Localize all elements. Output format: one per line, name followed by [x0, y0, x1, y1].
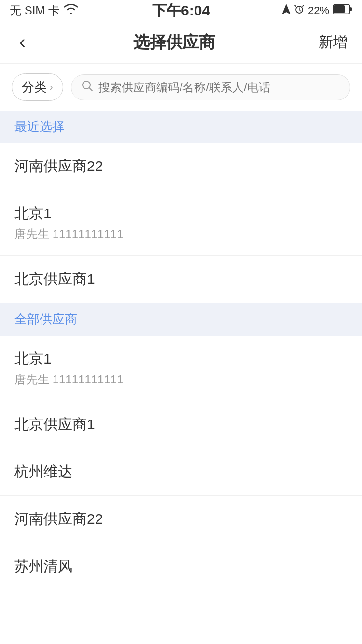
- list-item[interactable]: 苏州清风: [0, 543, 362, 590]
- category-label: 分类: [22, 79, 47, 96]
- all-items-list: 北京1唐先生 11111111111北京供应商1杭州维达河南供应商22苏州清风: [0, 336, 362, 590]
- location-icon: [282, 4, 291, 17]
- category-filter-button[interactable]: 分类 ›: [12, 73, 63, 101]
- filter-bar: 分类 ›: [0, 64, 362, 111]
- battery-text: 22%: [308, 4, 329, 17]
- recent-section-label: 最近选择: [14, 119, 65, 134]
- item-name: 河南供应商22: [14, 509, 348, 529]
- status-left: 无 SIM 卡: [10, 3, 78, 18]
- item-name: 河南供应商22: [14, 156, 348, 176]
- list-item[interactable]: 北京1唐先生 11111111111: [0, 336, 362, 401]
- svg-rect-3: [350, 7, 352, 11]
- back-button[interactable]: ‹: [14, 27, 30, 57]
- recent-section-header: 最近选择: [0, 111, 362, 143]
- search-box[interactable]: [71, 74, 350, 100]
- item-sub: 唐先生 11111111111: [14, 372, 348, 387]
- item-name: 北京1: [14, 204, 348, 224]
- item-sub: 唐先生 11111111111: [14, 226, 348, 242]
- list-item[interactable]: 北京1唐先生 11111111111: [0, 190, 362, 256]
- all-section-header: 全部供应商: [0, 303, 362, 336]
- recent-items-list: 河南供应商22北京1唐先生 11111111111北京供应商1: [0, 143, 362, 303]
- chevron-right-icon: ›: [50, 82, 53, 93]
- wifi-icon: [64, 4, 78, 17]
- nav-bar: ‹ 选择供应商 新增: [0, 21, 362, 64]
- status-bar: 无 SIM 卡 下午6:04 22%: [0, 0, 362, 21]
- carrier-text: 无 SIM 卡: [10, 3, 60, 18]
- search-input[interactable]: [98, 81, 340, 94]
- status-right: 22%: [282, 4, 352, 17]
- list-item[interactable]: 北京供应商1: [0, 256, 362, 303]
- item-name: 杭州维达: [14, 462, 348, 482]
- item-name: 北京1: [14, 349, 348, 369]
- list-item[interactable]: 北京供应商1: [0, 401, 362, 448]
- item-name: 北京供应商1: [14, 415, 348, 434]
- alarm-icon: [294, 4, 304, 17]
- status-time: 下午6:04: [152, 1, 210, 21]
- svg-rect-2: [334, 5, 345, 13]
- item-name: 苏州清风: [14, 557, 348, 576]
- new-action-button[interactable]: 新增: [319, 32, 348, 52]
- search-icon: [81, 80, 94, 95]
- list-item[interactable]: 河南供应商22: [0, 143, 362, 190]
- list-item[interactable]: 杭州维达: [0, 448, 362, 496]
- list-item[interactable]: 河南供应商22: [0, 496, 362, 543]
- battery-icon: [333, 4, 352, 17]
- page-title: 选择供应商: [133, 31, 215, 54]
- item-name: 北京供应商1: [14, 269, 348, 289]
- all-section-label: 全部供应商: [14, 312, 77, 326]
